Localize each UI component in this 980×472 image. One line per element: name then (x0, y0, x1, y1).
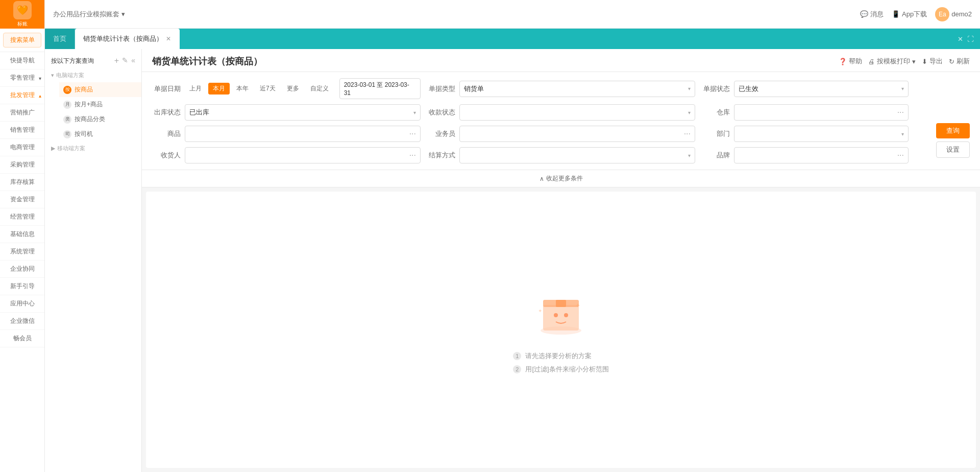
template-print-button[interactable]: 🖨 按模板打印 ▾ (868, 57, 916, 66)
tree-mobile-section[interactable]: ▶ 移动端方案 (45, 141, 141, 155)
app-download-label: App下载 (902, 10, 927, 19)
user-name: demo2 (951, 10, 972, 18)
step-1-label: 请先选择要分析的方案 (525, 351, 592, 361)
date-tab-this-month[interactable]: 本月 (208, 83, 230, 95)
retail-arrow: ▾ (39, 75, 41, 81)
brand-label: 品牌 (701, 151, 730, 160)
maximize-icon[interactable]: ⛶ (967, 35, 974, 43)
receiver-label: 收货人 (152, 151, 181, 160)
logo-text: 标账 (17, 20, 28, 28)
brand-dots: ··· (897, 151, 904, 160)
app-logo[interactable]: 🧡 标账 (0, 0, 44, 29)
out-status-value: 已出库 (189, 108, 411, 117)
filter-date: 单据日期 上月 本月 本年 近7天 更多 自定义 20 (152, 78, 421, 99)
sidebar-item-sales-mgmt[interactable]: 销售管理 (0, 122, 44, 139)
date-tab-7-days[interactable]: 近7天 (255, 83, 280, 95)
sidebar-item-inventory[interactable]: 库存核算 (0, 174, 44, 191)
dropdown-icon: ▾ (121, 10, 125, 18)
dept-control[interactable]: ▾ (734, 126, 909, 142)
edit-scheme-button[interactable]: ✎ (122, 56, 128, 65)
sidebar-item-retail[interactable]: 零售管理 ▾ (0, 69, 44, 87)
close-window-icon[interactable]: ✕ (958, 35, 963, 43)
sidebar-item-ops[interactable]: 经营管理 (0, 208, 44, 226)
doc-type-value: 销货单 (464, 84, 686, 93)
export-button[interactable]: ⬇ 导出 (922, 57, 943, 66)
apps-label: 应用中心 (2, 299, 42, 308)
staff-dots: ··· (684, 129, 691, 138)
dept-label: 部门 (701, 129, 730, 138)
app-download-button[interactable]: 📱 App下载 (892, 10, 927, 19)
sidebar-item-finance[interactable]: 资金管理 (0, 191, 44, 208)
sidebar-item-marketing[interactable]: 营销推广 (0, 104, 44, 122)
warehouse-control[interactable]: ··· (734, 104, 909, 121)
sidebar-item-guide[interactable]: 新手引导 (0, 278, 44, 295)
payment-control[interactable]: ▾ (459, 147, 695, 163)
svg-point-5 (564, 313, 568, 317)
marketing-label: 营销推广 (2, 108, 42, 117)
date-tab-this-year[interactable]: 本年 (232, 83, 253, 95)
sidebar-item-system[interactable]: 系统管理 (0, 243, 44, 261)
print-icon: 🖨 (868, 58, 875, 65)
sidebar-item-apps[interactable]: 应用中心 (0, 295, 44, 313)
corp-label: 企业协同 (2, 265, 42, 273)
tree-icon-by-company: 司 (63, 130, 71, 138)
query-button[interactable]: 查询 (936, 123, 970, 138)
goods-label: 商品 (152, 129, 181, 138)
sidebar-item-purchase[interactable]: 采购管理 (0, 156, 44, 174)
sidebar-item-member[interactable]: 畅会员 (0, 330, 44, 347)
sidebar-item-basic[interactable]: 基础信息 (0, 226, 44, 243)
doc-status-label: 单据状态 (701, 84, 730, 93)
tree-item-by-goods[interactable]: 按 按商品 (59, 82, 141, 97)
breadcrumb-dropdown[interactable]: 办公用品行业模拟账套 ▾ (53, 10, 125, 19)
out-status-label: 出库状态 (152, 108, 181, 117)
staff-control[interactable]: ··· (459, 126, 695, 142)
brand-control[interactable]: ··· (734, 147, 909, 163)
receiver-control[interactable]: ··· (185, 147, 421, 163)
goods-control[interactable]: ··· (185, 126, 421, 142)
user-menu[interactable]: Ea demo2 (935, 7, 972, 21)
tree-pc-section[interactable]: ▾ 电脑端方案 (45, 68, 141, 82)
collect-status-control[interactable]: ▾ (459, 104, 695, 121)
out-status-control[interactable]: 已出库 ▾ (185, 104, 421, 121)
sidebar-item-wholesale[interactable]: 批发管理 ▴ (0, 87, 44, 104)
help-button[interactable]: ❓ 帮助 (839, 57, 862, 66)
inventory-label: 库存核算 (2, 178, 42, 186)
out-status-arrow: ▾ (413, 110, 416, 115)
settings-button[interactable]: 设置 (936, 141, 970, 158)
finance-label: 资金管理 (2, 195, 42, 204)
left-panel-actions: + ✎ « (114, 56, 135, 65)
collapse-panel-button[interactable]: « (131, 56, 135, 65)
message-button[interactable]: 💬 消息 (860, 10, 884, 19)
tab-home[interactable]: 首页 (45, 29, 75, 49)
refresh-button[interactable]: ↻ 刷新 (949, 57, 970, 66)
tab-maximize-area: ✕ ⛶ (951, 35, 980, 43)
collapse-more-button[interactable]: ∧ 收起更多条件 (533, 173, 589, 184)
date-tab-more[interactable]: 更多 (282, 83, 304, 95)
doc-type-arrow: ▾ (688, 86, 691, 91)
filter-row-1: 单据日期 上月 本月 本年 近7天 更多 自定义 20 (152, 78, 970, 99)
main-area: 办公用品行业模拟账套 ▾ 💬 消息 📱 App下载 Ea demo2 首页 销货… (45, 0, 980, 472)
sidebar-item-ecommerce[interactable]: 电商管理 (0, 139, 44, 156)
add-scheme-button[interactable]: + (114, 56, 119, 65)
date-tab-custom[interactable]: 自定义 (306, 83, 333, 95)
retail-label: 零售管理 (2, 74, 42, 82)
tree-item-by-category[interactable]: 类 按商品分类 (59, 112, 141, 127)
sidebar-item-wechat[interactable]: 企业微信 (0, 313, 44, 330)
sidebar-item-quick-nav[interactable]: 快捷导航 (0, 52, 44, 69)
tree-item-by-month-goods[interactable]: 月 按月+商品 (59, 97, 141, 112)
sidebar-item-corp[interactable]: 企业协同 (0, 261, 44, 278)
doc-type-control[interactable]: 销货单 ▾ (459, 81, 695, 97)
search-menu-button[interactable]: 搜索菜单 (3, 33, 41, 48)
tab-sales-stat[interactable]: 销货单统计计表（按商品） ✕ (75, 29, 180, 49)
tree-item-by-company[interactable]: 司 按司机 (59, 127, 141, 141)
date-range-input[interactable]: 2023-03-01 至 2023-03-31 (339, 78, 421, 99)
filter-area: 单据日期 上月 本月 本年 近7天 更多 自定义 20 (142, 72, 980, 170)
date-tab-last-month[interactable]: 上月 (185, 83, 206, 95)
header-right: 💬 消息 📱 App下载 Ea demo2 (860, 7, 972, 21)
doc-status-control[interactable]: 已生效 ▾ (734, 81, 909, 97)
system-label: 系统管理 (2, 247, 42, 256)
breadcrumb-text: 办公用品行业模拟账套 (53, 10, 119, 19)
template-print-label: 按模板打印 (877, 57, 910, 66)
tab-close-button[interactable]: ✕ (166, 35, 171, 42)
quick-nav-label: 快捷导航 (2, 56, 42, 65)
